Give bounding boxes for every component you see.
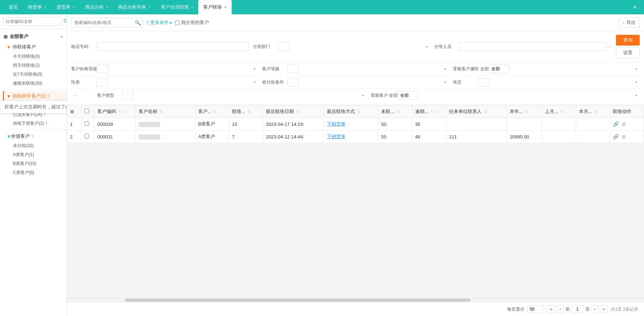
blurred-name bbox=[139, 122, 160, 127]
set-button[interactable]: 设置 bbox=[616, 47, 640, 58]
close-all-tabs-button[interactable]: × bbox=[629, 4, 640, 11]
th-last-method[interactable]: 最后联络方式 ⇅ bbox=[324, 105, 378, 118]
customer-level-select[interactable] bbox=[287, 65, 299, 73]
person-input[interactable] bbox=[459, 42, 605, 51]
customer-type-select[interactable] bbox=[122, 91, 134, 100]
close-icon[interactable]: × bbox=[73, 5, 75, 9]
last-method-link[interactable]: 下销货单 bbox=[327, 134, 346, 139]
close-icon[interactable]: × bbox=[44, 5, 46, 9]
edit-icon[interactable]: ✎ bbox=[31, 134, 34, 139]
sidebar-collapse-icon[interactable]: « bbox=[60, 34, 63, 39]
more-options-dots[interactable]: ··· bbox=[73, 92, 77, 99]
category-search-input[interactable] bbox=[3, 17, 62, 26]
search-icon[interactable]: 🔍 bbox=[63, 19, 67, 24]
nav-purchase[interactable]: 进货单 × bbox=[51, 0, 80, 14]
action-grid-icon[interactable]: ⊞ bbox=[622, 121, 626, 127]
department-select[interactable] bbox=[278, 42, 289, 51]
th-last-date[interactable]: 最后联络日期 ⇅ bbox=[263, 105, 324, 118]
td-checkbox[interactable] bbox=[82, 131, 94, 143]
th-contact-count[interactable]: 联络... ⇅ bbox=[229, 105, 263, 118]
next-page-button[interactable]: › bbox=[591, 305, 598, 313]
action-grid-icon[interactable]: ⊞ bbox=[622, 134, 626, 140]
nav-customer-segment[interactable]: 客户分层经营 × bbox=[156, 0, 198, 14]
action-icons: 🔗 ⊞ bbox=[613, 121, 641, 127]
row-checkbox[interactable] bbox=[84, 134, 89, 138]
th-this-year[interactable]: 本年... ⇅ bbox=[506, 105, 542, 118]
th-settings[interactable]: ⚙ bbox=[67, 105, 82, 118]
th-this-month[interactable]: 本月... ⇅ bbox=[576, 105, 610, 118]
my-customers-checkbox[interactable]: 我分管的客户 bbox=[175, 19, 209, 26]
td-code: 000031 bbox=[94, 131, 136, 143]
select-all-checkbox[interactable] bbox=[84, 109, 89, 113]
payment-select[interactable] bbox=[287, 78, 299, 86]
retail-attr-select[interactable]: 全部 bbox=[489, 65, 509, 73]
sidebar-item-class-b[interactable]: B类客户(33) bbox=[3, 159, 66, 168]
td-this-month bbox=[576, 118, 610, 131]
th-uncontacted[interactable]: 未联... ⇅ bbox=[378, 105, 412, 118]
scroll-thumb[interactable] bbox=[125, 299, 471, 302]
sort-icon: ⇅ bbox=[484, 110, 487, 114]
nav-customer-contact[interactable]: 客户联络 × bbox=[198, 0, 231, 14]
sidebar-item-ungrouped[interactable]: 未分组(32) bbox=[3, 141, 66, 150]
filter-customer-type: 客户类型 bbox=[97, 91, 366, 100]
more-conditions-button[interactable]: ▽ 更多条件 ▾ bbox=[146, 19, 172, 26]
page-size-select[interactable]: 50 20 100 bbox=[527, 305, 544, 313]
price-level-select[interactable] bbox=[97, 65, 108, 73]
sidebar-item-7days-pending[interactable]: 近7天待联络(0) bbox=[3, 70, 66, 79]
th-overdue[interactable]: 逾期... ⇅ bbox=[412, 105, 446, 118]
last-page-button[interactable]: » bbox=[600, 305, 608, 313]
export-button[interactable]: ↑ 导出 bbox=[619, 17, 640, 28]
sidebar-item-class-a[interactable]: A类客户(1) bbox=[3, 150, 66, 159]
table-header-row: ⚙ 客户编码 ⇅ 客户名称 ⇅ 客户... ⇅ 联络... ⇅ 最后联络日期 ⇅… bbox=[67, 105, 644, 118]
nav-sales[interactable]: 销货单 × bbox=[23, 0, 51, 14]
prev-page-button[interactable]: ‹ bbox=[557, 305, 564, 313]
action-link-icon[interactable]: 🔗 bbox=[613, 134, 619, 140]
help-icon[interactable]: ? bbox=[47, 94, 50, 98]
action-link-icon[interactable]: 🔗 bbox=[613, 121, 619, 127]
td-overdue: 35 bbox=[412, 118, 446, 131]
sidebar-section-repurchase-title[interactable]: ▼ 回购异常客户(2) ? bbox=[3, 91, 66, 101]
close-icon[interactable]: × bbox=[224, 5, 226, 9]
sidebar-item-tomorrow-pending[interactable]: 明天待联络(1) bbox=[3, 61, 66, 70]
filter-department: 分管部门 bbox=[253, 42, 430, 51]
tooltip-overlay: 距客户上次交易时长，超过了此客户的平均交易周期的1.5倍，则视为异常。 bbox=[0, 100, 67, 113]
th-type[interactable]: 客户... ⇅ bbox=[195, 105, 229, 118]
search-input[interactable] bbox=[71, 18, 143, 27]
last-method-link[interactable]: 下销货单 bbox=[327, 121, 346, 127]
sidebar-item-class-c[interactable]: C类客户(6) bbox=[3, 168, 66, 177]
filter-price-level: 客户价格等级 bbox=[71, 65, 258, 73]
sidebar-section-pending-title[interactable]: ▼ 待联络客户 bbox=[3, 42, 66, 52]
filter-row-1: 电话号码 分管部门 分管人员 ··· 查询 bbox=[71, 31, 640, 62]
status-select[interactable] bbox=[478, 78, 490, 86]
more-dots-icon[interactable]: ··· bbox=[607, 43, 612, 50]
page-number-input[interactable] bbox=[571, 305, 584, 313]
nav-product-analysis[interactable]: 商品分析 × bbox=[80, 0, 113, 14]
close-icon[interactable]: × bbox=[191, 5, 193, 9]
close-icon[interactable]: × bbox=[106, 5, 108, 9]
first-page-button[interactable]: « bbox=[547, 305, 555, 313]
sidebar-item-declining[interactable]: 持续下滑客户(2) ? bbox=[3, 119, 66, 128]
th-checkbox[interactable] bbox=[82, 105, 94, 118]
th-name[interactable]: 客户名称 ⇅ bbox=[136, 105, 195, 118]
td-contact-person: 111 bbox=[446, 131, 506, 143]
table-row: 2 000031 A类客户 7 2023-04-12 14:44: 下销货单 5… bbox=[67, 131, 644, 143]
row-checkbox[interactable] bbox=[84, 121, 89, 126]
horizontal-scrollbar[interactable] bbox=[67, 298, 644, 302]
sidebar-item-overdue-pending[interactable]: 逾期未联络(30) bbox=[3, 79, 66, 88]
close-icon[interactable]: × bbox=[148, 5, 150, 9]
th-contact-person[interactable]: 往来单位联系人 ⇅ bbox=[446, 105, 506, 118]
th-last-month[interactable]: 上月... ⇅ bbox=[542, 105, 576, 118]
phone-input[interactable] bbox=[96, 42, 249, 51]
nav-product-list[interactable]: 商品分析列表 × bbox=[113, 0, 156, 14]
nav-home[interactable]: 首页 bbox=[4, 0, 23, 14]
sidebar-section-value-title[interactable]: ▼ 价值客户 ✎ bbox=[3, 131, 66, 141]
retail-customer-select[interactable]: 全部 bbox=[398, 91, 418, 100]
sidebar-item-today-pending[interactable]: 今天待联络(0) bbox=[3, 52, 66, 61]
query-button[interactable]: 查询 bbox=[616, 35, 640, 46]
my-customers-check[interactable] bbox=[175, 20, 180, 25]
td-checkbox[interactable] bbox=[82, 118, 94, 131]
th-code[interactable]: 客户编码 ⇅ bbox=[94, 105, 136, 118]
gender-select[interactable] bbox=[96, 78, 108, 86]
sidebar-all-customers[interactable]: ⊞ 全部客户 « bbox=[0, 31, 66, 42]
filter-row-3: 性质 收付款条件 状态 bbox=[71, 76, 640, 89]
